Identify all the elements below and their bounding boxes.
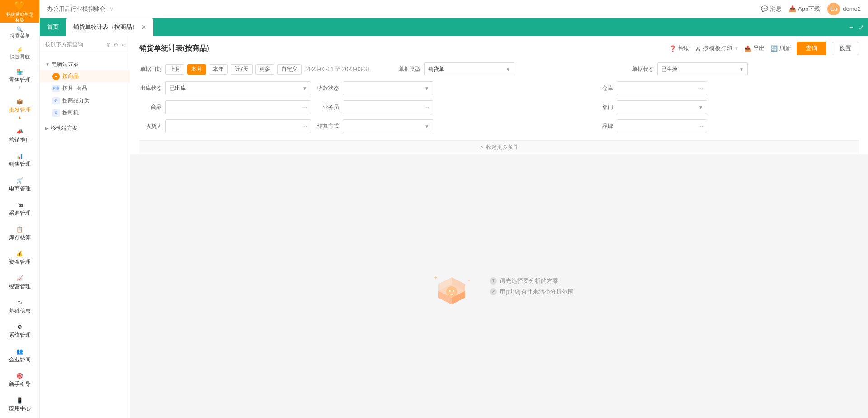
staff-filter: 业务员 ···	[316, 100, 585, 114]
settle-select[interactable]: ▼	[343, 119, 433, 133]
date-custom[interactable]: 自定义	[277, 64, 302, 75]
tab-home[interactable]: 首页	[40, 18, 66, 36]
query-button[interactable]: 查询	[797, 42, 826, 55]
receiver-filter: 收货人 ···	[139, 119, 311, 133]
basic-icon: 🗂	[17, 299, 23, 306]
sidebar-search[interactable]: 🔍 搜索菜单	[0, 23, 39, 43]
goods-input[interactable]: ···	[165, 100, 311, 114]
sidebar-item-inventory[interactable]: 📋 库存核算	[0, 222, 39, 246]
finance-icon: 💰	[16, 251, 23, 257]
sidebar-item-enterprise[interactable]: 👥 企业协同	[0, 344, 39, 368]
quick-nav-icon: ⚡	[0, 47, 39, 53]
dept-arrow-icon: ▼	[698, 105, 703, 110]
out-status-filter: 出库状态 已出库 ▼	[139, 81, 311, 95]
username: demo2	[843, 5, 861, 12]
sidebar-item-quick-nav[interactable]: ⚡ 快捷导航	[0, 43, 39, 64]
topbar-left: 办公用品行业模拟账套 ∨	[47, 5, 114, 13]
sidebar-item-purchase[interactable]: 🛍 采购管理	[0, 197, 39, 222]
filter-row-4: 收货人 ··· 结算方式 ▼	[139, 119, 859, 133]
tab-sales-stat[interactable]: 销货单统计表（按商品） ✕	[66, 18, 153, 36]
sales-stat-tab-label: 销货单统计表（按商品）	[73, 23, 138, 31]
export-btn[interactable]: 📤 导出	[744, 44, 765, 52]
step-1-num: 1	[490, 277, 497, 285]
date-last-month[interactable]: 上月	[165, 64, 184, 75]
apps-icon: 📱	[16, 397, 23, 404]
sidebar-item-sales[interactable]: 📊 销售管理	[0, 148, 39, 173]
page-header: 销货单统计表(按商品) ❓ 帮助 🖨 按模板打印 ▼ 📤	[130, 36, 868, 154]
message-btn[interactable]: 💬 消息	[761, 5, 782, 13]
user-profile[interactable]: Ea demo2	[827, 3, 861, 15]
panel-icons: ⊕ ⚙ «	[106, 42, 124, 48]
collapse-bar[interactable]: ∧ 收起更多条件	[139, 140, 859, 154]
goods-label: 商品	[139, 104, 162, 111]
page-header-top: 销货单统计表(按商品) ❓ 帮助 🖨 按模板打印 ▼ 📤	[139, 42, 859, 55]
out-select[interactable]: 已出库 ▼	[165, 81, 311, 95]
tree-item-by-month-product[interactable]: 月商 按月+商品	[40, 82, 130, 95]
date-more[interactable]: 更多	[255, 64, 274, 75]
tree-item-by-category[interactable]: 分 按商品分类	[40, 95, 130, 107]
sidebar-item-guide[interactable]: 🎯 新手引导	[0, 368, 39, 393]
product-dot-icon: ●	[52, 73, 60, 80]
date-this-month[interactable]: 本月	[187, 64, 206, 75]
sidebar-item-operation[interactable]: 📈 经营管理	[0, 271, 39, 295]
filter-row-2: 出库状态 已出库 ▼ 收款状态 ▼	[139, 81, 859, 95]
sidebar-item-marketing[interactable]: 📣 营销推广	[0, 124, 39, 148]
sidebar: 🧡 畅捷通好生意 标版 🔍 搜索菜单 ⚡ 快捷导航 🏪 零售管理 ▼ 📦 批发管…	[0, 0, 40, 418]
brand-input[interactable]: ···	[617, 119, 707, 133]
minimize-btn[interactable]: －	[848, 23, 855, 32]
goods-filter: 商品 ···	[139, 100, 311, 114]
brand-filter: 品牌 ···	[590, 119, 859, 133]
sales-icon: 📊	[16, 153, 23, 159]
sidebar-item-ecommerce[interactable]: 🛒 电商管理	[0, 173, 39, 197]
warehouse-dots[interactable]: ···	[698, 85, 703, 91]
date-label: 单据日期	[139, 66, 162, 73]
sidebar-item-system[interactable]: ⚙ 系统管理	[0, 319, 39, 344]
app-download-btn[interactable]: 📥 App下载	[789, 5, 820, 13]
logo-icon: 🧡	[14, 0, 25, 11]
add-scheme-icon[interactable]: ⊕	[106, 42, 111, 48]
receiver-label: 收货人	[139, 123, 162, 130]
print-btn[interactable]: 🖨 按模板打印 ▼	[695, 44, 739, 52]
purchase-icon: 🛍	[17, 202, 23, 208]
type-select[interactable]: 销货单 ▼	[424, 62, 514, 76]
settings-scheme-icon[interactable]: ⚙	[113, 42, 118, 48]
breadcrumb: 办公用品行业模拟账套	[47, 5, 106, 13]
sidebar-item-basic[interactable]: 🗂 基础信息	[0, 295, 39, 319]
tabbar-actions: － ⤢	[848, 23, 868, 32]
empty-illustration: ✦ ✦	[425, 264, 479, 309]
dept-filter: 部门 ▼	[590, 100, 859, 114]
collect-select[interactable]: ▼	[343, 81, 433, 95]
staff-input[interactable]: ···	[343, 100, 433, 114]
tree-group-mobile-label[interactable]: ▶ 移动端方案	[40, 123, 130, 134]
receiver-input[interactable]: ···	[165, 119, 311, 133]
main-wrapper: 办公用品行业模拟账套 ∨ 💬 消息 📥 App下载 Ea demo2 首页 销货…	[40, 0, 868, 418]
tree-item-by-printer[interactable]: 司 按司机	[40, 107, 130, 119]
sidebar-item-wholesale[interactable]: 📦 批发管理 ▲	[0, 94, 39, 124]
sidebar-item-finance[interactable]: 💰 资金管理	[0, 246, 39, 271]
warehouse-input[interactable]: ···	[617, 81, 707, 95]
setting-button[interactable]: 设置	[832, 42, 859, 55]
collapse-panel-icon[interactable]: «	[121, 42, 124, 48]
refresh-btn[interactable]: 🔄 刷新	[770, 44, 791, 52]
date-last-7-days[interactable]: 近7天	[231, 64, 253, 75]
status-select[interactable]: 已生效 ▼	[657, 62, 748, 76]
sidebar-item-retail[interactable]: 🏪 零售管理 ▼	[0, 64, 39, 94]
receiver-dots[interactable]: ···	[302, 123, 307, 129]
tab-close-icon[interactable]: ✕	[142, 24, 146, 30]
page-actions: ❓ 帮助 🖨 按模板打印 ▼ 📤 导出 🔄	[669, 42, 859, 55]
tree-item-by-product[interactable]: ● 按商品	[40, 70, 130, 82]
topbar: 办公用品行业模拟账套 ∨ 💬 消息 📥 App下载 Ea demo2	[40, 0, 868, 18]
help-btn[interactable]: ❓ 帮助	[669, 44, 690, 52]
maximize-btn[interactable]: ⤢	[859, 23, 864, 32]
page-area: 按以下方案查询 ⊕ ⚙ « ▼ 电脑端方案 ● 按商品	[40, 36, 868, 418]
staff-dots[interactable]: ···	[425, 104, 429, 110]
sidebar-item-apps[interactable]: 📱 应用中心	[0, 393, 39, 417]
brand-dots[interactable]: ···	[698, 123, 703, 129]
tree-group-desktop-label[interactable]: ▼ 电脑端方案	[40, 59, 130, 70]
collect-filter: 收款状态 ▼	[316, 81, 585, 95]
goods-dots[interactable]: ···	[302, 104, 307, 110]
date-this-year[interactable]: 本年	[209, 64, 228, 75]
out-label: 出库状态	[139, 85, 162, 92]
operation-icon: 📈	[16, 275, 23, 281]
dept-select[interactable]: ▼	[617, 100, 707, 114]
